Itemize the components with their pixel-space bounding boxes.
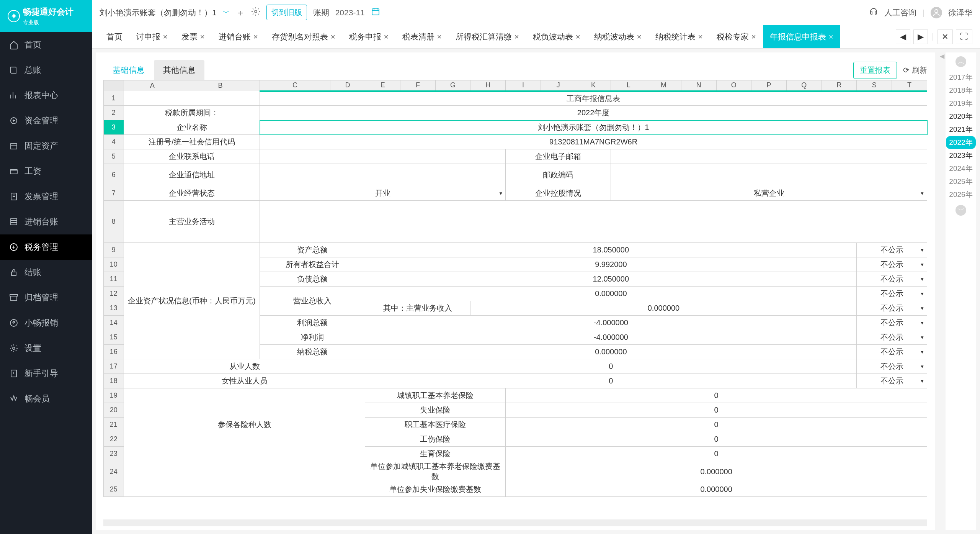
- cell[interactable]: 企业控股情况: [506, 186, 611, 201]
- close-icon[interactable]: ✕: [751, 33, 756, 41]
- user-name[interactable]: 徐泽华: [948, 7, 972, 18]
- cell[interactable]: 私营企业: [611, 186, 927, 201]
- close-icon[interactable]: ✕: [384, 33, 389, 41]
- cell[interactable]: 不公示: [857, 243, 927, 257]
- cell[interactable]: 0: [506, 432, 927, 447]
- cell[interactable]: 工伤保险: [365, 432, 506, 447]
- close-icon[interactable]: ✕: [637, 33, 642, 41]
- cell[interactable]: 不公示: [857, 257, 927, 272]
- row-header[interactable]: 4: [104, 135, 124, 149]
- cell[interactable]: 纳税总额: [260, 345, 365, 359]
- row-header[interactable]: 7: [104, 186, 124, 201]
- col-header[interactable]: P: [751, 80, 787, 91]
- row-header[interactable]: 19: [104, 388, 124, 403]
- close-icon[interactable]: ✕: [575, 33, 580, 41]
- row-header[interactable]: 3: [104, 120, 124, 135]
- cell[interactable]: 城镇职工基本养老保险: [365, 388, 506, 403]
- cell[interactable]: 开业: [260, 186, 506, 201]
- avatar[interactable]: [931, 7, 942, 18]
- tab[interactable]: 纳税统计表✕: [648, 25, 710, 48]
- year-item[interactable]: 2020年: [946, 110, 975, 123]
- row-header[interactable]: 17: [104, 359, 124, 374]
- tab-basic-info[interactable]: 基础信息: [103, 60, 154, 80]
- close-icon[interactable]: ✕: [698, 33, 703, 41]
- cell[interactable]: 单位参加失业保险缴费基数: [365, 482, 506, 497]
- cell[interactable]: 从业人数: [124, 359, 365, 374]
- sidebar-item-tax[interactable]: 税务管理: [0, 234, 92, 260]
- col-header[interactable]: M: [646, 80, 681, 91]
- tab[interactable]: 讨申报✕: [129, 25, 175, 48]
- tab[interactable]: 税负波动表✕: [526, 25, 587, 48]
- row-header[interactable]: 21: [104, 418, 124, 432]
- year-up-button[interactable]: ︿: [956, 56, 966, 67]
- cell[interactable]: 企业电子邮箱: [506, 149, 611, 164]
- close-icon[interactable]: ✕: [514, 33, 519, 41]
- col-header[interactable]: S: [857, 80, 892, 91]
- tab[interactable]: 税表清册✕: [395, 25, 449, 48]
- col-header[interactable]: J: [541, 80, 576, 91]
- tab[interactable]: 年报信息申报表✕: [763, 25, 840, 48]
- old-version-button[interactable]: 切到旧版: [266, 5, 307, 20]
- tab-prev-button[interactable]: ◀: [896, 29, 910, 44]
- tab-next-button[interactable]: ▶: [913, 29, 928, 44]
- year-item[interactable]: 2022年: [946, 136, 975, 149]
- cell[interactable]: 主营业务活动: [124, 201, 260, 243]
- cell[interactable]: 企业通信地址: [124, 164, 260, 186]
- col-header[interactable]: G: [435, 80, 470, 91]
- sidebar-item-archive[interactable]: 归档管理: [0, 285, 92, 310]
- col-header[interactable]: B: [181, 80, 260, 91]
- cell[interactable]: 企业资产状况信息(币种：人民币万元): [124, 243, 260, 359]
- col-header[interactable]: F: [400, 80, 436, 91]
- cell[interactable]: 单位参加城镇职工基本养老保险缴费基数: [365, 461, 506, 482]
- cell[interactable]: 税款所属期间：: [124, 106, 260, 120]
- sidebar-item-wallet[interactable]: 工资: [0, 159, 92, 184]
- cell[interactable]: 营业总收入: [260, 287, 365, 316]
- year-item[interactable]: 2019年: [946, 97, 975, 110]
- cell[interactable]: 企业联系电话: [124, 149, 260, 164]
- cell[interactable]: -4.000000: [365, 316, 857, 330]
- cell[interactable]: 0.000000: [365, 287, 857, 301]
- cell[interactable]: 职工基本医疗保险: [365, 418, 506, 432]
- col-header[interactable]: E: [365, 80, 400, 91]
- cell[interactable]: 12.050000: [365, 272, 857, 287]
- gear-icon[interactable]: [251, 7, 260, 18]
- sidebar-item-chart[interactable]: 报表中心: [0, 83, 92, 108]
- year-down-button[interactable]: ﹀: [956, 205, 966, 216]
- tab[interactable]: 纳税波动表✕: [587, 25, 648, 48]
- row-header[interactable]: 1: [104, 91, 124, 106]
- cell[interactable]: 不公示: [857, 345, 927, 359]
- cell[interactable]: 参保各险种人数: [124, 388, 365, 461]
- tab[interactable]: 所得税汇算清缴✕: [449, 25, 526, 48]
- cell[interactable]: 资产总额: [260, 243, 365, 257]
- tab-close-button[interactable]: ✕: [938, 29, 953, 44]
- spreadsheet-grid[interactable]: ABCDEFGHIJKLMNOPQRST 1工商年报信息表2税款所属期间：202…: [103, 80, 927, 497]
- sidebar-item-lock[interactable]: 结账: [0, 260, 92, 285]
- cell[interactable]: 18.050000: [365, 243, 857, 257]
- add-icon[interactable]: ＋: [236, 7, 245, 19]
- cell[interactable]: 生育保险: [365, 447, 506, 461]
- row-header[interactable]: 15: [104, 330, 124, 345]
- row-header[interactable]: 9: [104, 243, 124, 257]
- cell[interactable]: 0: [506, 447, 927, 461]
- cell[interactable]: -4.000000: [365, 330, 857, 345]
- cell[interactable]: 0: [506, 418, 927, 432]
- col-header[interactable]: D: [330, 80, 365, 91]
- cell[interactable]: 负债总额: [260, 272, 365, 287]
- calendar-icon[interactable]: [371, 7, 380, 18]
- close-icon[interactable]: ✕: [200, 33, 205, 41]
- cell[interactable]: 不公示: [857, 301, 927, 316]
- cell[interactable]: 其中：主营业务收入: [365, 301, 470, 316]
- cell[interactable]: 91320811MA7NGR2W6R: [260, 135, 927, 149]
- col-header[interactable]: A: [124, 80, 181, 91]
- cell[interactable]: 0: [365, 359, 857, 374]
- row-header[interactable]: 5: [104, 149, 124, 164]
- chevron-down-icon[interactable]: ﹀: [223, 8, 230, 17]
- row-header[interactable]: 20: [104, 403, 124, 418]
- sidebar-item-home[interactable]: 首页: [0, 32, 92, 57]
- year-item[interactable]: 2021年: [946, 123, 975, 136]
- close-icon[interactable]: ✕: [163, 33, 168, 41]
- fullscreen-button[interactable]: ⛶: [956, 29, 972, 44]
- cell[interactable]: [260, 164, 506, 186]
- cell[interactable]: [611, 164, 927, 186]
- row-header[interactable]: 24: [104, 461, 124, 482]
